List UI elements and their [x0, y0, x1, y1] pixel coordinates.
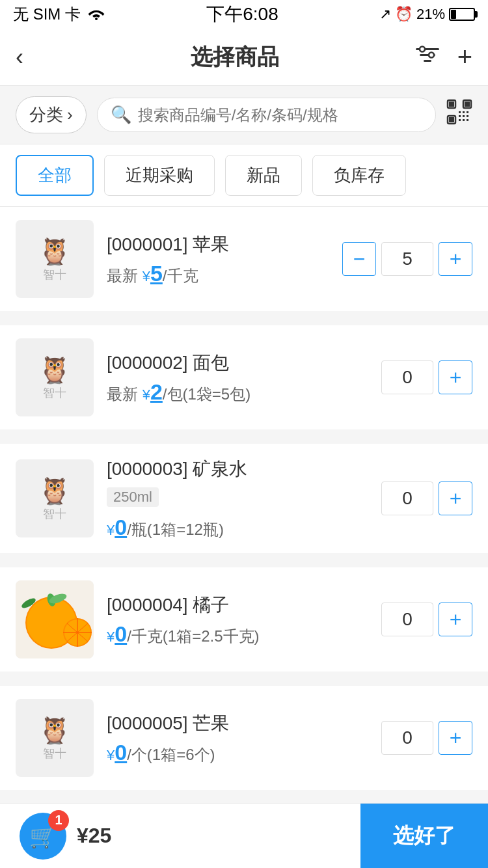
quantity-input-1[interactable]: [381, 242, 433, 276]
svg-rect-16: [463, 115, 465, 117]
quantity-control-3: +: [381, 481, 472, 515]
product-info-3: [0000003] 矿泉水 250ml ¥0/瓶(1箱=12瓶): [107, 457, 368, 540]
product-list: 🦉 智十 [0000001] 苹果 最新 ¥5/千克 − + 🦉 智十: [0, 207, 488, 868]
chevron-right-icon: ›: [67, 105, 73, 125]
cart-badge: 1: [48, 810, 69, 831]
divider-5: [0, 791, 488, 804]
scan-icon[interactable]: [446, 99, 472, 131]
tab-recent[interactable]: 近期采购: [104, 155, 215, 196]
filter-icon[interactable]: [416, 44, 439, 71]
increase-button-4[interactable]: +: [439, 603, 472, 636]
product-item-2: 🦉 智十 [0000002] 面包 最新 ¥2/包(1袋=5包) +: [0, 325, 488, 429]
search-icon: 🔍: [111, 105, 131, 125]
status-indicators: ↗ ⏰ 21%: [379, 6, 475, 23]
quantity-control-5: +: [381, 721, 472, 755]
svg-rect-13: [463, 111, 465, 113]
cart-section: 🛒 1 ¥25: [0, 813, 360, 860]
brand-owl-icon-2: 🦉: [38, 355, 71, 385]
orange-image-svg: [16, 580, 94, 658]
quantity-input-5[interactable]: [381, 721, 433, 755]
divider-1: [0, 312, 488, 325]
product-item-1: 🦉 智十 [0000001] 苹果 最新 ¥5/千克 − +: [0, 207, 488, 311]
product-info-2: [0000002] 面包 最新 ¥2/包(1袋=5包): [107, 351, 368, 405]
product-item-4: [0000004] 橘子 ¥0/千克(1箱=2.5千克) +: [0, 567, 488, 671]
cart-total: ¥25: [77, 824, 111, 848]
product-image-2: 🦉 智十: [16, 338, 94, 416]
filter-icon-svg: [416, 46, 439, 65]
svg-rect-18: [463, 119, 465, 121]
svg-rect-7: [449, 102, 454, 107]
alarm-icon: ⏰: [395, 6, 413, 23]
decrease-button-1[interactable]: −: [342, 242, 376, 276]
status-carrier: 无 SIM 卡: [13, 4, 105, 25]
back-button[interactable]: ‹: [16, 44, 55, 71]
product-info-5: [0000005] 芒果 ¥0/个(1箱=6个): [107, 711, 368, 765]
add-button[interactable]: +: [457, 42, 472, 72]
product-image-1: 🦉 智十: [16, 220, 94, 298]
tab-negative-stock[interactable]: 负库存: [312, 155, 406, 196]
battery-level: 21%: [416, 6, 445, 23]
category-button[interactable]: 分类 ›: [16, 96, 87, 133]
product-info-4: [0000004] 橘子 ¥0/千克(1箱=2.5千克): [107, 593, 368, 647]
svg-rect-11: [449, 117, 454, 122]
svg-rect-20: [467, 115, 468, 117]
divider-2: [0, 431, 488, 444]
bottom-bar: 🛒 1 ¥25 选好了: [0, 803, 488, 868]
tab-new[interactable]: 新品: [225, 155, 302, 196]
brand-owl-icon-3: 🦉: [38, 476, 71, 506]
divider-3: [0, 554, 488, 567]
quantity-control-4: +: [381, 603, 472, 636]
product-image-3: 🦉 智十: [16, 459, 94, 537]
increase-button-3[interactable]: +: [439, 481, 472, 515]
nav-actions: +: [416, 42, 472, 72]
filter-tabs: 全部 近期采购 新品 负库存: [0, 144, 488, 207]
search-box: 🔍: [97, 98, 436, 132]
svg-point-0: [95, 18, 98, 20]
cart-button[interactable]: 🛒 1: [20, 813, 66, 860]
svg-point-4: [420, 46, 425, 51]
svg-rect-9: [465, 102, 470, 107]
toolbar: 分类 › 🔍: [0, 86, 488, 144]
brand-owl-icon: 🦉: [38, 236, 71, 267]
svg-rect-15: [459, 115, 461, 117]
status-time: 下午6:08: [206, 2, 278, 27]
confirm-button[interactable]: 选好了: [360, 804, 488, 868]
quantity-input-4[interactable]: [381, 603, 433, 636]
quantity-input-2[interactable]: [381, 360, 433, 394]
quantity-control-2: +: [381, 360, 472, 394]
divider-4: [0, 673, 488, 686]
product-image-4: [16, 580, 94, 658]
brand-owl-icon-5: 🦉: [38, 715, 71, 746]
search-input[interactable]: [138, 106, 422, 124]
increase-button-1[interactable]: +: [439, 242, 472, 276]
nav-bar: ‹ 选择商品 +: [0, 29, 488, 86]
quantity-input-3[interactable]: [381, 481, 433, 515]
svg-rect-19: [467, 119, 468, 121]
product-image-5: 🦉 智十: [16, 699, 94, 777]
battery-icon: [449, 8, 475, 21]
product-item-3: 🦉 智十 [0000003] 矿泉水 250ml ¥0/瓶(1箱=12瓶) +: [0, 444, 488, 553]
tab-all[interactable]: 全部: [16, 155, 94, 196]
category-label: 分类: [29, 103, 63, 126]
quantity-control-1: − +: [342, 242, 472, 276]
svg-rect-12: [459, 111, 461, 113]
wifi-icon: [87, 8, 105, 21]
increase-button-2[interactable]: +: [439, 360, 472, 394]
product-info-1: [0000001] 苹果 最新 ¥5/千克: [107, 232, 329, 286]
svg-rect-3: [424, 60, 431, 62]
location-icon: ↗: [379, 6, 391, 23]
svg-rect-14: [467, 111, 468, 113]
svg-rect-17: [459, 119, 461, 121]
svg-point-5: [429, 52, 434, 57]
increase-button-5[interactable]: +: [439, 721, 472, 755]
status-bar: 无 SIM 卡 下午6:08 ↗ ⏰ 21%: [0, 0, 488, 29]
product-item-5: 🦉 智十 [0000005] 芒果 ¥0/个(1箱=6个) +: [0, 686, 488, 790]
page-title: 选择商品: [191, 42, 279, 72]
